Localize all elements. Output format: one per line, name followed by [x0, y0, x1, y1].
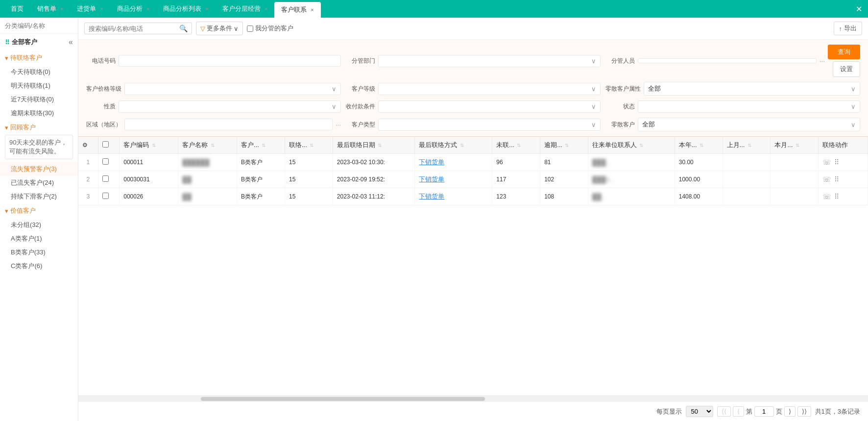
table-row: 2 00030031 ██ B类客户 15 2023-02-09 19:52: … — [78, 171, 868, 188]
sort-contact[interactable]: ⇅ — [310, 143, 313, 148]
input-phone[interactable] — [119, 55, 341, 67]
row-checkbox-2[interactable] — [102, 193, 109, 199]
sort-this-year[interactable]: ⇅ — [699, 143, 703, 148]
select-retail-attr[interactable]: 全部 ∨ — [644, 82, 860, 96]
page-number-input[interactable] — [754, 406, 774, 417]
tab-customer-layer[interactable]: 客户分层经营 × — [216, 0, 274, 18]
sidebar-group-review[interactable]: ▾ 回顾客户 — [0, 120, 78, 135]
settings-button[interactable]: 设置 — [833, 61, 860, 77]
row-checkbox-1[interactable] — [102, 175, 109, 182]
action-phone-2[interactable]: ☏ — [822, 193, 831, 200]
region-dots[interactable]: ··· — [336, 121, 341, 128]
sidebar-group-value[interactable]: ▾ 价值客户 — [0, 203, 78, 218]
sidebar-item-ungrouped[interactable]: 未分组(32) — [0, 218, 78, 232]
close-tab-customer-contact[interactable]: × — [311, 7, 313, 13]
sidebar-item-churn-warning[interactable]: 流失预警客户(3) — [0, 162, 78, 176]
sidebar-item-today[interactable]: 今天待联络(0) — [0, 65, 78, 79]
sidebar-item-c-class[interactable]: C类客户(6) — [0, 259, 78, 273]
sidebar-item-a-class[interactable]: A类客户(1) — [0, 232, 78, 246]
tab-sales[interactable]: 销售单 × — [30, 0, 70, 18]
prev-page-button[interactable]: ⟨ — [733, 406, 744, 417]
action-phone-0[interactable]: ☏ — [822, 158, 831, 166]
action-more-1[interactable]: ⠿ — [834, 175, 839, 183]
sidebar-item-b-class[interactable]: B类客户(33) — [0, 246, 78, 259]
sidebar-group-pending[interactable]: ▾ 待联络客户 — [0, 50, 78, 65]
input-region[interactable] — [124, 119, 333, 130]
close-tab-analysis-list[interactable]: × — [205, 6, 208, 12]
filter-search-box[interactable]: 🔍 — [84, 23, 192, 34]
select-manager[interactable] — [638, 58, 817, 63]
cell-checkbox-0[interactable] — [98, 154, 120, 171]
sort-last-method[interactable]: ⇅ — [460, 143, 464, 148]
select-price-level[interactable]: ∨ — [124, 83, 341, 95]
action-more-0[interactable]: ⠿ — [834, 158, 839, 166]
cell-last-method-2[interactable]: 下销货单 — [415, 188, 492, 205]
sort-overdue[interactable]: ⇅ — [565, 143, 569, 148]
row-checkbox-0[interactable] — [102, 158, 109, 165]
sort-this-month[interactable]: ⇅ — [796, 143, 799, 148]
filter-search-input[interactable] — [89, 25, 179, 32]
sort-last-month[interactable]: ⇅ — [747, 143, 751, 148]
query-button[interactable]: 查询 — [828, 45, 860, 59]
tab-analysis-list[interactable]: 商品分析列表 × — [156, 0, 215, 18]
sort-contact2[interactable]: ⇅ — [639, 143, 643, 148]
close-tab-sales[interactable]: × — [60, 6, 63, 12]
cell-last-method-1[interactable]: 下销货单 — [415, 171, 492, 188]
filter-search-icon[interactable]: 🔍 — [179, 25, 188, 32]
select-status[interactable]: ∨ — [638, 100, 860, 113]
sort-uncontacted[interactable]: ⇅ — [517, 143, 521, 148]
sort-last-date[interactable]: ⇅ — [378, 143, 382, 148]
horizontal-scrollbar[interactable] — [78, 396, 868, 401]
action-phone-1[interactable]: ☏ — [822, 175, 831, 183]
cell-last-method-0[interactable]: 下销货单 — [415, 154, 492, 171]
close-tab-analysis[interactable]: × — [146, 6, 149, 12]
cell-checkbox-2[interactable] — [98, 188, 120, 205]
select-customer-level[interactable]: ∨ — [378, 83, 601, 95]
close-tab-customer-layer[interactable]: × — [265, 6, 267, 12]
cell-contact2-1: ███3... — [588, 171, 675, 188]
label-customer-level: 客户等级 — [346, 85, 375, 93]
action-more-2[interactable]: ⠿ — [834, 193, 839, 200]
sidebar-item-overdue[interactable]: 逾期未联络(30) — [0, 106, 78, 120]
select-all-checkbox[interactable] — [102, 141, 109, 148]
col-settings[interactable]: ⚙ — [78, 137, 98, 154]
select-retail[interactable]: 全部 ∨ — [638, 118, 860, 131]
cell-overdue-1: 102 — [540, 171, 588, 188]
filter-row-manager: 分管人员 ··· 查询 设置 — [605, 45, 860, 77]
arrow-dept: ∨ — [591, 57, 596, 65]
my-customers-checkbox[interactable] — [247, 25, 253, 32]
sidebar-item-week[interactable]: 近7天待联络(0) — [0, 93, 78, 106]
sidebar-collapse-icon[interactable]: « — [69, 38, 73, 47]
close-all-button[interactable]: ✕ — [856, 4, 862, 14]
sidebar-search-input[interactable] — [5, 22, 78, 29]
first-page-button[interactable]: ⟨⟨ — [717, 406, 731, 417]
col-checkbox[interactable] — [98, 137, 120, 154]
more-conditions-button[interactable]: ▽ 更多条件 ∨ — [196, 22, 243, 35]
sort-code[interactable]: ⇅ — [152, 143, 156, 148]
tab-home[interactable]: 首页 — [4, 0, 30, 18]
tab-purchase[interactable]: 进货单 × — [70, 0, 110, 18]
sidebar-item-churned[interactable]: 已流失客户(24) — [0, 176, 78, 190]
cell-checkbox-1[interactable] — [98, 171, 120, 188]
close-tab-purchase[interactable]: × — [100, 6, 103, 12]
sidebar-item-tomorrow[interactable]: 明天待联络(1) — [0, 79, 78, 93]
last-page-button[interactable]: ⟩⟩ — [797, 406, 811, 417]
sidebar-root-label[interactable]: 全部客户 — [12, 38, 37, 47]
per-page-select[interactable]: 50 100 200 — [686, 406, 713, 417]
select-payment[interactable]: ∨ — [378, 100, 601, 113]
tab-analysis[interactable]: 商品分析 × — [110, 0, 156, 18]
col-this-year: 本年... ⇅ — [675, 137, 723, 154]
manager-dots[interactable]: ··· — [820, 57, 825, 65]
my-customers-checkbox-label[interactable]: 我分管的客户 — [247, 24, 293, 33]
sort-type[interactable]: ⇅ — [262, 143, 265, 148]
select-nature[interactable]: ∨ — [119, 100, 341, 113]
next-page-button[interactable]: ⟩ — [784, 406, 796, 417]
tab-customer-contact[interactable]: 客户联系 × — [274, 2, 320, 18]
scrollbar-thumb[interactable] — [201, 397, 485, 401]
sidebar-item-declining[interactable]: 持续下滑客户(2) — [0, 190, 78, 203]
cell-type-0: B类客户 — [237, 154, 285, 171]
sort-name[interactable]: ⇅ — [211, 143, 215, 148]
export-button[interactable]: ↑ 导出 — [834, 22, 863, 35]
select-dept[interactable]: ∨ — [378, 55, 601, 67]
select-customer-type[interactable]: ∨ — [378, 119, 601, 131]
